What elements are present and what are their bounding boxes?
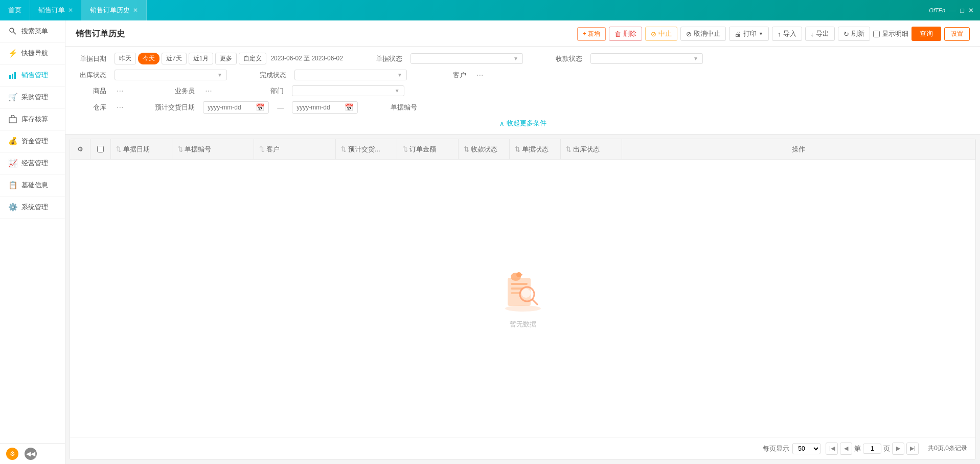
th-date[interactable]: ⇅ 单据日期 <box>111 139 172 159</box>
salesperson-dots[interactable]: ··· <box>203 86 214 96</box>
next-page-btn[interactable]: ▶ <box>892 443 904 455</box>
window-min-btn[interactable]: — <box>949 7 956 14</box>
sidebar-label-system: 系统管理 <box>21 203 48 212</box>
date-1month-btn[interactable]: 近1月 <box>189 53 214 64</box>
content-area: 销售订单历史 + 新增 🗑 删除 ⊘ 中止 ⊘ 取消中止 🖨 打印 <box>65 20 980 464</box>
display-detail-check[interactable]: 显示明细 <box>873 29 908 38</box>
query-btn[interactable]: 查询 <box>911 27 941 41</box>
stock-out-select[interactable]: ▼ <box>115 70 227 80</box>
customer-dots[interactable]: ··· <box>474 71 485 80</box>
sales-mgmt-icon <box>8 71 17 80</box>
sidebar-bottom: ⚙ ◀◀ <box>0 443 65 464</box>
print-btn[interactable]: 🖨 打印 ▼ <box>729 27 769 41</box>
sidebar-item-sales-mgmt[interactable]: 销售管理 <box>0 64 65 86</box>
warehouse-label: 仓库 <box>76 103 106 112</box>
svg-rect-3 <box>12 74 13 79</box>
refresh-btn[interactable]: ↻ 刷新 <box>838 27 870 41</box>
date-custom-btn[interactable]: 自定义 <box>239 53 266 64</box>
th-collect[interactable]: ⇅ 收款状态 <box>459 139 510 159</box>
date-yesterday-btn[interactable]: 昨天 <box>115 53 136 64</box>
th-customer[interactable]: ⇅ 客户 <box>254 139 336 159</box>
th-no[interactable]: ⇅ 单据编号 <box>172 139 254 159</box>
sidebar-item-basic-info[interactable]: 📋 基础信息 <box>0 174 65 196</box>
tab-sales-history[interactable]: 销售订单历史 ✕ <box>82 0 147 20</box>
sidebar-item-search-menu[interactable]: 搜索菜单 <box>0 20 65 42</box>
sidebar-label-quick-nav: 快捷导航 <box>21 49 48 58</box>
delivery-to-input[interactable] <box>297 104 343 111</box>
top-bar: 首页 销售订单 ✕ 销售订单历史 ✕ OfTEn — □ ✕ <box>0 0 980 20</box>
date-more-btn[interactable]: 更多 <box>215 53 237 64</box>
sidebar-item-purchase-mgmt[interactable]: 🛒 采购管理 <box>0 86 65 108</box>
sidebar-label-finance: 资金管理 <box>21 137 48 146</box>
sidebar-item-system[interactable]: ⚙️ 系统管理 <box>0 196 65 218</box>
delete-btn[interactable]: 🗑 删除 <box>609 27 642 41</box>
th-delivery[interactable]: ⇅ 预计交货... <box>336 139 397 159</box>
tab-sales-order[interactable]: 销售订单 ✕ <box>30 0 82 20</box>
table-header: ⚙ ⇅ 单据日期 ⇅ 单据编号 ⇅ 客户 ⇅ <box>70 139 975 160</box>
filter-area: 单据日期 昨天 今天 近7天 近1月 更多 自定义 2023-06-02 至 2… <box>65 47 980 135</box>
sidebar-label-basic-info: 基础信息 <box>21 181 48 190</box>
page-label: 第 <box>854 444 861 453</box>
th-gear[interactable]: ⚙ <box>70 139 90 159</box>
th-action: 操作 <box>622 139 975 159</box>
tab-sales-order-close[interactable]: ✕ <box>68 7 73 14</box>
th-check[interactable] <box>90 139 111 159</box>
prev-page-btn[interactable]: ◀ <box>840 443 852 455</box>
collect-status-select[interactable]: ▼ <box>590 53 703 64</box>
svg-rect-8 <box>511 283 528 285</box>
display-detail-checkbox[interactable] <box>873 31 880 37</box>
sidebar-item-operations[interactable]: 📈 经营管理 <box>0 152 65 174</box>
sidebar-label-purchase-mgmt: 采购管理 <box>21 93 48 102</box>
delivery-from-input[interactable] <box>208 104 254 111</box>
first-page-btn[interactable]: |◀ <box>826 443 838 455</box>
sidebar-item-quick-nav[interactable]: ⚡ 快捷导航 <box>0 42 65 64</box>
print-icon: 🖨 <box>735 30 741 38</box>
calendar-to-icon[interactable]: 📅 <box>345 103 353 112</box>
date-today-btn[interactable]: 今天 <box>138 53 159 64</box>
th-stock[interactable]: ⇅ 出库状态 <box>561 139 622 159</box>
collapse-btn[interactable]: ∧ 收起更多条件 <box>76 119 970 128</box>
export-btn[interactable]: ↓ 导出 <box>805 27 835 41</box>
window-close-btn[interactable]: ✕ <box>968 7 974 14</box>
delete-icon: 🗑 <box>614 30 621 38</box>
sort-icon-customer: ⇅ <box>259 145 265 153</box>
delivery-date-to[interactable]: 📅 <box>292 101 358 114</box>
tab-sales-history-close[interactable]: ✕ <box>133 7 138 14</box>
setting-btn[interactable]: 设置 <box>944 27 970 41</box>
svg-point-15 <box>516 272 521 277</box>
sidebar-sound-btn[interactable]: ◀◀ <box>25 448 37 460</box>
th-status[interactable]: ⇅ 单据状态 <box>510 139 561 159</box>
sidebar-settings-btn[interactable]: ⚙ <box>6 448 18 460</box>
calendar-from-icon[interactable]: 📅 <box>256 103 264 112</box>
per-page-select[interactable]: 50 10 20 100 <box>792 443 821 454</box>
goods-dots[interactable]: ··· <box>115 86 125 96</box>
window-max-btn[interactable]: □ <box>960 7 964 14</box>
stop-btn[interactable]: ⊘ 中止 <box>645 27 677 41</box>
th-amount[interactable]: ⇅ 订单金额 <box>397 139 459 159</box>
pagination: |◀ ◀ 第 页 ▶ ▶| <box>826 443 919 455</box>
sort-icon-stock: ⇅ <box>566 145 572 153</box>
table-area: ⚙ ⇅ 单据日期 ⇅ 单据编号 ⇅ 客户 ⇅ <box>70 139 976 460</box>
sidebar-item-finance[interactable]: 💰 资金管理 <box>0 130 65 152</box>
empty-state: 暂无数据 <box>70 160 975 437</box>
last-page-btn[interactable]: ▶| <box>906 443 919 455</box>
svg-point-6 <box>505 305 541 312</box>
delivery-date-from[interactable]: 📅 <box>203 101 269 114</box>
select-all-checkbox[interactable] <box>97 146 104 152</box>
date-7days-btn[interactable]: 近7天 <box>162 53 187 64</box>
warehouse-dots[interactable]: ··· <box>115 103 125 112</box>
finance-icon: 💰 <box>8 137 17 146</box>
dept-select[interactable]: ▼ <box>292 85 404 96</box>
cancel-stop-btn[interactable]: ⊘ 取消中止 <box>680 27 726 41</box>
complete-select[interactable]: ▼ <box>294 70 407 80</box>
tab-home[interactable]: 首页 <box>0 0 30 20</box>
sort-icon-collect: ⇅ <box>464 145 469 153</box>
new-btn[interactable]: + 新增 <box>577 27 606 41</box>
sidebar-item-inventory[interactable]: 库存核算 <box>0 108 65 130</box>
filter-row-3: 商品 ··· 业务员 ··· 部门 ▼ <box>76 85 970 96</box>
tab-list: 首页 销售订单 ✕ 销售订单历史 ✕ <box>0 0 923 20</box>
import-btn[interactable]: ↑ 导入 <box>772 27 802 41</box>
sort-icon-status: ⇅ <box>515 145 520 153</box>
bill-status-select[interactable]: ▼ <box>411 53 523 64</box>
page-input[interactable] <box>863 444 881 454</box>
